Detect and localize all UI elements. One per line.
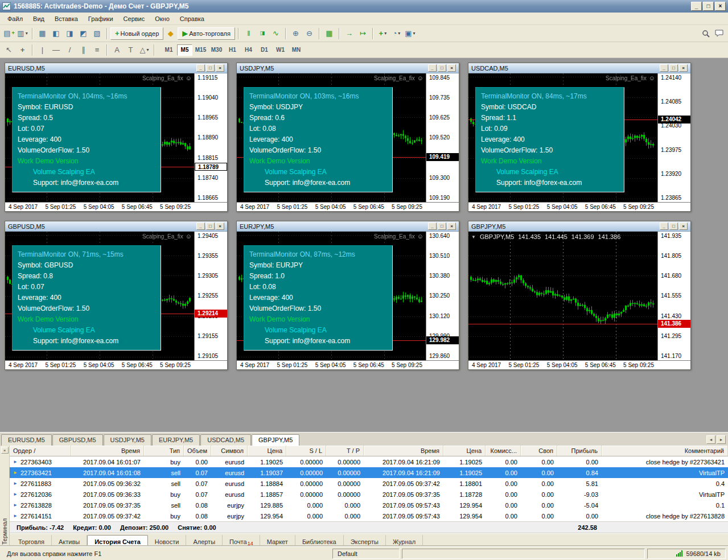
- menu-insert[interactable]: Вставка: [50, 14, 83, 24]
- vertical-line-button[interactable]: |: [36, 44, 49, 56]
- chart-minimize-button[interactable]: _: [196, 64, 205, 72]
- tab-mail[interactable]: Почта14: [223, 535, 260, 546]
- chart-minimize-button[interactable]: _: [428, 223, 437, 230]
- chart-close-button[interactable]: ×: [447, 64, 456, 72]
- chart-close-button[interactable]: ×: [679, 223, 688, 230]
- col-tp[interactable]: T / P: [326, 446, 364, 456]
- status-profile[interactable]: Default: [332, 549, 400, 559]
- menu-charts[interactable]: Графики: [83, 14, 118, 24]
- bar-chart-button[interactable]: |||: [242, 27, 255, 40]
- history-row[interactable]: ►2276141512017.09.05 09:37:42buy0.08eurj…: [10, 510, 728, 521]
- chart-close-button[interactable]: ×: [216, 223, 224, 230]
- tab-market[interactable]: Маркет: [260, 535, 295, 546]
- ea-smiley-icon[interactable]: ☺: [649, 75, 655, 81]
- tab-alerts[interactable]: Алерты: [186, 535, 223, 546]
- ea-smiley-icon[interactable]: ☺: [417, 233, 423, 240]
- new-chart-button[interactable]: ▤+: [2, 27, 15, 40]
- chart-plot-area[interactable]: Scalping_Ea_fix☺TerminalMonitor ON, 84ms…: [468, 73, 657, 202]
- chart-tab-eurusd-m5[interactable]: EURUSD,M5: [1, 434, 52, 446]
- chart-maximize-button[interactable]: □: [669, 223, 678, 230]
- shapes-button[interactable]: △▾: [138, 44, 151, 56]
- market-watch-button[interactable]: ▦: [36, 27, 49, 40]
- tab-experts[interactable]: Эксперты: [344, 535, 386, 546]
- chart-title-bar[interactable]: USDCAD,M5_□×: [468, 63, 690, 73]
- chart-title-bar[interactable]: EURJPY,M5_□×: [237, 221, 459, 232]
- chart-plot-area[interactable]: Scalping_Ea_fix☺TerminalMonitor ON, 87ms…: [237, 232, 426, 360]
- tab-account-history[interactable]: История Счета: [87, 535, 148, 546]
- zoom-out-button[interactable]: ⊖: [303, 27, 316, 40]
- history-row[interactable]: ►2276118832017.09.05 09:36:32sell0.07eur…: [10, 478, 728, 489]
- time-axis[interactable]: 4 Sep 20175 Sep 01:255 Sep 04:055 Sep 06…: [5, 202, 227, 211]
- timeframe-m5[interactable]: M5: [177, 44, 192, 56]
- time-axis[interactable]: 4 Sep 20175 Sep 01:255 Sep 04:055 Sep 06…: [237, 360, 459, 369]
- terminal-button[interactable]: ◩: [77, 27, 90, 40]
- chart-plot-area[interactable]: ▼GBPJPY,M5141.435141.445141.369141.386: [468, 232, 657, 360]
- candlestick-button[interactable]: ▯▮: [256, 27, 269, 40]
- chart-minimize-button[interactable]: _: [196, 223, 205, 230]
- chart-tab-eurjpy-m5[interactable]: EURJPY,M5: [152, 434, 200, 446]
- autotrading-button[interactable]: ▶Авто-торговля: [178, 27, 235, 40]
- timeframe-mn[interactable]: MN: [289, 44, 304, 56]
- ea-smiley-icon[interactable]: ☺: [186, 233, 192, 240]
- tab-scroll-left-button[interactable]: ◄: [706, 435, 715, 444]
- strategy-tester-button[interactable]: ▧: [91, 27, 104, 40]
- chart-plot-area[interactable]: Scalping_Ea_fix☺TerminalMonitor ON, 104m…: [5, 73, 194, 202]
- history-row[interactable]: ►2273634212017.09.04 16:01:08sell0.07eur…: [10, 467, 728, 478]
- search-button[interactable]: [699, 27, 712, 40]
- col-comment[interactable]: Комментарий: [602, 446, 728, 456]
- crosshair-button[interactable]: +: [16, 44, 29, 56]
- col-open-price[interactable]: Цена: [248, 446, 286, 456]
- chart-shift-button[interactable]: ↦: [356, 27, 369, 40]
- col-volume[interactable]: Объем: [184, 446, 211, 456]
- price-scale[interactable]: 109.845109.735109.625109.520109.410109.3…: [426, 73, 459, 202]
- menu-help[interactable]: Справка: [175, 14, 209, 24]
- col-close-time[interactable]: Время: [364, 446, 443, 456]
- history-row[interactable]: ►2273634032017.09.04 16:01:07buy0.00euru…: [10, 456, 728, 467]
- chart-title-bar[interactable]: GBPJPY,M5_□×: [468, 221, 690, 232]
- minimize-button[interactable]: _: [691, 2, 702, 11]
- col-type[interactable]: Тип: [144, 446, 184, 456]
- col-swap[interactable]: Своп: [521, 446, 557, 456]
- chart-tab-gbpjpy-m5[interactable]: GBPJPY,M5: [252, 434, 299, 446]
- price-scale[interactable]: 1.191151.190401.189651.188901.188151.187…: [194, 73, 227, 202]
- trendline-button[interactable]: /: [63, 44, 76, 56]
- price-scale[interactable]: 141.935141.805141.680141.555141.430141.2…: [657, 232, 690, 360]
- chart-tab-usdjpy-m5[interactable]: USDJPY,M5: [104, 434, 151, 446]
- chart-minimize-button[interactable]: _: [428, 64, 437, 72]
- ea-smiley-icon[interactable]: ☺: [417, 75, 423, 81]
- tab-news[interactable]: Новости: [148, 535, 187, 546]
- timeframe-m30[interactable]: M30: [209, 44, 224, 56]
- periods-button[interactable]: ◔▾: [390, 27, 403, 40]
- text-button[interactable]: A: [110, 44, 124, 56]
- col-profit[interactable]: Прибыль: [557, 446, 602, 456]
- chart-close-button[interactable]: ×: [679, 64, 688, 72]
- price-scale[interactable]: 130.640130.510130.380130.250130.120129.9…: [426, 232, 459, 360]
- tile-windows-button[interactable]: ▦: [323, 27, 336, 40]
- timeframe-m15[interactable]: M15: [193, 44, 208, 56]
- new-order-button[interactable]: +Новый ордер: [110, 27, 163, 40]
- fibonacci-button[interactable]: ≡: [91, 44, 104, 56]
- chart-plot-area[interactable]: Scalping_Ea_fix☺TerminalMonitor ON, 71ms…: [5, 232, 194, 360]
- profiles-button[interactable]: ▥▾: [16, 27, 29, 40]
- history-row[interactable]: ►2276138282017.09.05 09:37:35sell0.08eur…: [10, 500, 728, 510]
- chart-title-bar[interactable]: USDJPY,M5_□×: [237, 63, 459, 73]
- chart-maximize-button[interactable]: □: [438, 223, 446, 230]
- timeframe-h4[interactable]: H4: [241, 44, 256, 56]
- horizontal-line-button[interactable]: —: [50, 44, 63, 56]
- col-symbol[interactable]: Символ: [211, 446, 248, 456]
- price-scale[interactable]: 1.294051.293551.293051.292551.292051.291…: [194, 232, 227, 360]
- indicators-button[interactable]: +▾: [376, 27, 389, 40]
- chart-maximize-button[interactable]: □: [206, 223, 215, 230]
- channel-button[interactable]: ∥: [77, 44, 90, 56]
- zoom-in-button[interactable]: ⊕: [289, 27, 302, 40]
- chart-plot-area[interactable]: Scalping_Ea_fix☺TerminalMonitor ON, 103m…: [237, 73, 426, 202]
- col-order[interactable]: Ордер /: [10, 446, 71, 456]
- menu-view[interactable]: Вид: [28, 14, 50, 24]
- history-row[interactable]: ►2276120362017.09.05 09:36:33buy0.07euru…: [10, 489, 728, 500]
- chart-maximize-button[interactable]: □: [669, 64, 678, 72]
- chart-minimize-button[interactable]: _: [660, 64, 668, 72]
- timeframe-m1[interactable]: M1: [161, 44, 176, 56]
- chart-tab-usdcad-m5[interactable]: USDCAD,M5: [200, 434, 251, 446]
- menu-window[interactable]: Окно: [150, 14, 175, 24]
- col-open-time[interactable]: Время: [71, 446, 144, 456]
